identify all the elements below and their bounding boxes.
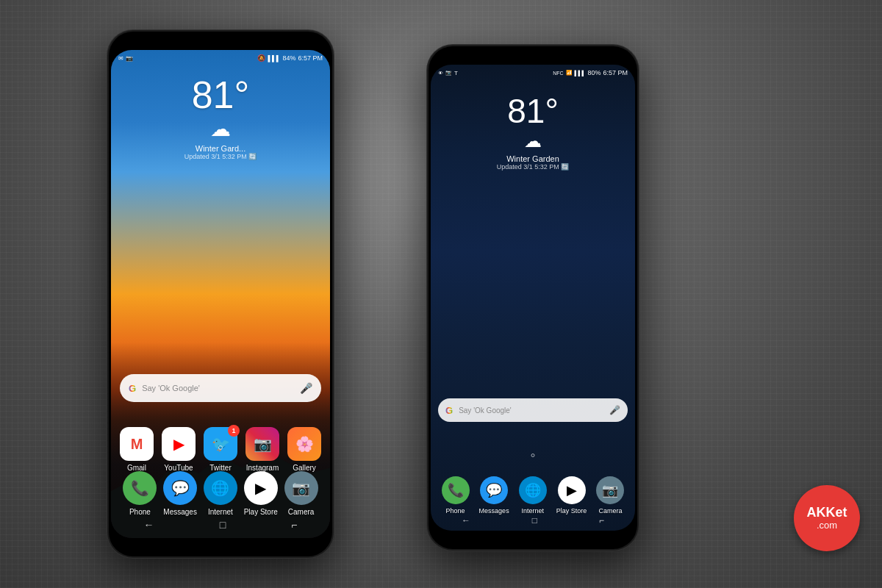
phone-right-screen: 👁 📷 T NFC 📶 ▌▌▌ 80% 6:57 PM 81°	[431, 65, 635, 531]
messages-icon: 💬	[163, 471, 197, 505]
dock-phone[interactable]: 📞 Phone	[123, 471, 157, 516]
volume-icon: 🔕	[257, 54, 265, 62]
search-bar-right[interactable]: G Say 'Ok Google' 🎤	[438, 398, 628, 422]
phone-left: ✉ 📷 🔕 ▌▌▌ 84% 6:57 PM 81° ☁ Winter Gard.…	[107, 29, 334, 559]
status-right-left-icons: 👁 📷 T	[438, 70, 458, 76]
status-bar-left: ✉ 📷 🔕 ▌▌▌ 84% 6:57 PM	[111, 50, 330, 66]
time-right: 6:57 PM	[603, 69, 628, 76]
dock-internet[interactable]: 🌐 Internet	[204, 471, 237, 516]
watermark-brand: AKKet	[806, 506, 847, 520]
cam-icon: 📷	[445, 70, 452, 76]
t-icon: T	[454, 70, 458, 76]
updated-right: Updated 3/1 5:32 PM 🔄	[467, 163, 599, 171]
temperature-left: 81°	[147, 76, 294, 114]
camera-icon-right: 📷	[596, 476, 624, 504]
internet-icon: 🌐	[204, 471, 237, 505]
playstore-icon-left: ▶	[244, 471, 278, 505]
weather-icon-right: ☁	[467, 131, 599, 151]
battery-right: 80%	[587, 69, 600, 76]
location-right: Winter Garden	[467, 154, 599, 163]
app-gmail[interactable]: M Gmail	[120, 427, 154, 472]
google-g-right: G	[445, 405, 453, 416]
weather-widget-right: 81° ☁ Winter Garden Updated 3/1 5:32 PM …	[467, 94, 599, 171]
phone-label: Phone	[129, 508, 151, 516]
playstore-icon-right: ▶	[558, 476, 586, 504]
signal-icon: ▌▌▌	[268, 55, 280, 62]
camera-icon-left: 📷	[284, 471, 318, 505]
status-left-icons: ✉ 📷	[118, 55, 133, 62]
dock-camera-right[interactable]: 📷 Camera	[596, 476, 624, 514]
dock-playstore-left[interactable]: ▶ Play Store	[244, 471, 278, 516]
phone-left-screen: ✉ 📷 🔕 ▌▌▌ 84% 6:57 PM 81° ☁ Winter Gard.…	[111, 50, 330, 538]
google-g-left: G	[129, 383, 136, 394]
messages-icon-right: 💬	[480, 476, 508, 504]
gallery-icon: 🌸	[287, 427, 321, 461]
status-right-right: NFC 📶 ▌▌▌ 80% 6:57 PM	[553, 69, 628, 76]
dock-phone-right[interactable]: 📞 Phone	[442, 476, 470, 514]
messages-label: Messages	[163, 508, 197, 516]
weather-icon-left: ☁	[147, 117, 294, 141]
dock-left: 📞 Phone 💬 Messages 🌐 Int	[120, 471, 321, 516]
internet-label: Internet	[208, 508, 233, 516]
recents-btn-right[interactable]: ⌐	[599, 515, 604, 526]
recents-btn-left[interactable]: ⌐	[291, 519, 297, 531]
mic-icon-right: 🎤	[609, 405, 620, 415]
nav-bar-left: ← □ ⌐	[111, 516, 330, 534]
camera-label-left: Camera	[288, 508, 315, 516]
internet-icon-right: 🌐	[519, 476, 547, 504]
dock-playstore-right[interactable]: ▶ Play Store	[556, 476, 587, 514]
status-bar-right: 👁 📷 T NFC 📶 ▌▌▌ 80% 6:57 PM	[431, 65, 635, 81]
nav-bar-right: ← □ ⌐	[431, 513, 635, 528]
dock-internet-right[interactable]: 🌐 Internet	[519, 476, 547, 514]
home-btn-left[interactable]: □	[220, 519, 226, 531]
updated-left: Updated 3/1 5:32 PM 🔄	[147, 153, 294, 160]
watermark: AKKet .com	[794, 485, 860, 551]
twitter-icon: 🐦 1	[204, 427, 237, 461]
app-instagram[interactable]: 📷 Instagram	[245, 427, 279, 472]
back-btn-right[interactable]: ←	[462, 515, 470, 526]
wifi-icon-right: 📶	[566, 70, 573, 76]
sim-icon: ✉	[118, 55, 123, 62]
location-left: Winter Gard...	[147, 144, 294, 153]
home-btn-right[interactable]: □	[532, 515, 537, 526]
watermark-domain: .com	[817, 520, 837, 531]
phone-right: 👁 📷 T NFC 📶 ▌▌▌ 80% 6:57 PM 81°	[426, 44, 639, 551]
search-placeholder-right: Say 'Ok Google'	[459, 406, 609, 415]
mic-icon-left: 🎤	[300, 382, 312, 394]
status-right-info: 🔕 ▌▌▌ 84% 6:57 PM	[257, 54, 323, 62]
weather-widget-left: 81° ☁ Winter Gard... Updated 3/1 5:32 PM…	[147, 76, 294, 160]
playstore-label-left: Play Store	[244, 508, 278, 516]
app-gallery[interactable]: 🌸 Gallery	[287, 427, 321, 472]
dock-messages-right[interactable]: 💬 Messages	[479, 476, 509, 514]
home-indicator-left	[218, 445, 223, 450]
phone-icon-right: 📞	[442, 476, 470, 504]
signal-icon-right: ▌▌▌	[575, 71, 586, 76]
youtube-icon: ▶	[162, 427, 196, 461]
gmail-icon: M	[120, 427, 154, 461]
app-youtube[interactable]: ▶ YouTube	[162, 427, 196, 472]
dock-messages[interactable]: 💬 Messages	[163, 471, 197, 516]
msg-icon: 📷	[126, 55, 133, 62]
twitter-badge: 1	[228, 425, 240, 437]
scene: ✉ 📷 🔕 ▌▌▌ 84% 6:57 PM 81° ☁ Winter Gard.…	[0, 0, 882, 588]
dock-camera[interactable]: 📷 Camera	[284, 471, 318, 516]
dock-right: 📞 Phone 💬 Messages 🌐 Int	[437, 476, 629, 514]
phone-right-frame: 👁 📷 T NFC 📶 ▌▌▌ 80% 6:57 PM 81°	[426, 44, 639, 551]
eye-icon: 👁	[438, 71, 443, 76]
time-left: 6:57 PM	[298, 54, 323, 62]
battery-percent: 84%	[282, 54, 295, 62]
search-placeholder-left: Say 'Ok Google'	[142, 384, 300, 392]
home-indicator-right	[531, 453, 535, 457]
phone-icon: 📞	[123, 471, 157, 505]
phone-left-frame: ✉ 📷 🔕 ▌▌▌ 84% 6:57 PM 81° ☁ Winter Gard.…	[107, 29, 334, 559]
search-bar-left[interactable]: G Say 'Ok Google' 🎤	[120, 374, 321, 402]
nfc-icon: NFC	[553, 71, 563, 76]
temperature-right: 81°	[467, 94, 599, 128]
instagram-icon: 📷	[245, 427, 279, 461]
back-btn-left[interactable]: ←	[144, 519, 154, 531]
